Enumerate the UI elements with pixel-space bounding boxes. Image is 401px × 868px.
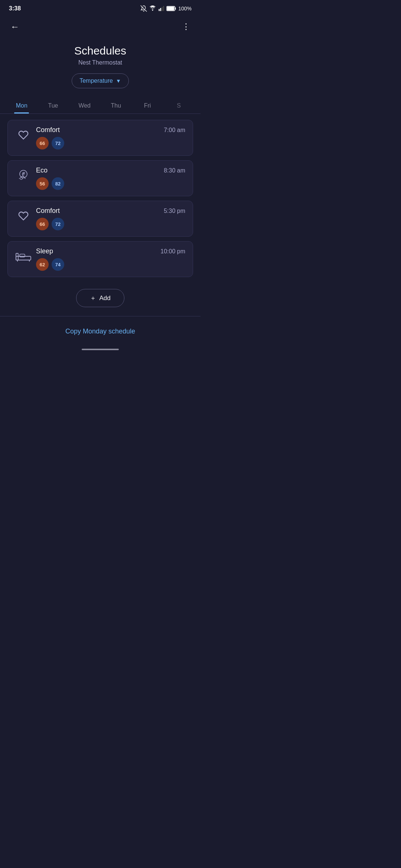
more-button[interactable]: ⋮ [179,19,193,34]
comfort-evening-name: Comfort [36,207,60,215]
device-name: Nest Thermostat [7,59,193,66]
schedule-card-eco[interactable]: Eco 8:30 am 56 82 [7,160,193,196]
add-icon: ＋ [90,294,96,302]
svg-rect-8 [175,7,176,10]
svg-rect-4 [162,7,163,11]
sleep-icon [15,248,32,264]
wifi-icon [149,5,156,12]
schedule-card-comfort-morning[interactable]: Comfort 7:00 am 66 72 [7,120,193,156]
tab-wednesday[interactable]: Wed [69,97,100,114]
svg-rect-5 [163,6,164,11]
page-title: Schedules [7,45,193,57]
sleep-heat: 62 [36,258,49,271]
comfort-morning-icon [15,127,32,143]
signal-icon [158,6,164,11]
chevron-down-icon: ▼ [116,78,121,84]
schedule-card-comfort-evening[interactable]: Comfort 5:30 pm 66 72 [7,201,193,237]
tab-monday[interactable]: Mon [6,97,38,114]
status-icons: 100% [140,5,192,12]
comfort-morning-time: 7:00 am [164,127,185,134]
home-indicator [82,349,119,350]
add-button-container: ＋ Add [0,283,200,316]
sleep-name: Sleep [36,247,53,255]
comfort-evening-heat: 66 [36,218,49,230]
svg-rect-3 [160,8,162,11]
svg-point-1 [152,10,153,11]
tab-thursday[interactable]: Thu [100,97,132,114]
eco-time: 8:30 am [164,167,185,174]
eco-cool: 82 [52,177,64,190]
comfort-evening-time: 5:30 pm [164,208,185,214]
add-label: Add [99,295,110,302]
schedule-card-sleep[interactable]: Sleep 10:00 pm 62 74 [7,241,193,277]
status-bar: 3:38 100% [0,0,200,15]
day-tabs: Mon Tue Wed Thu Fri S [0,97,200,114]
bottom-bar [0,343,200,354]
copy-schedule-section: Copy Monday schedule [0,316,200,343]
page-header: Schedules Nest Thermostat Temperature ▼ [0,41,200,97]
sleep-cool: 74 [52,258,64,271]
svg-line-0 [141,6,147,12]
svg-point-11 [20,177,22,180]
dropdown-label: Temperature [79,78,113,84]
bell-muted-icon [140,5,147,12]
eco-heat: 56 [36,177,49,190]
eco-icon [15,167,32,184]
copy-monday-schedule-button[interactable]: Copy Monday schedule [65,328,135,335]
svg-rect-2 [159,9,160,11]
temperature-dropdown[interactable]: Temperature ▼ [72,73,129,88]
add-schedule-button[interactable]: ＋ Add [76,289,124,307]
comfort-evening-icon [15,208,32,224]
battery-percent: 100% [178,6,192,11]
svg-rect-7 [167,7,174,10]
tab-friday[interactable]: Fri [132,97,163,114]
sleep-time: 10:00 pm [160,248,185,255]
top-nav: ← ⋮ [0,15,200,41]
status-time: 3:38 [9,5,21,12]
comfort-morning-name: Comfort [36,126,60,134]
comfort-evening-cool: 72 [52,218,64,230]
schedule-list: Comfort 7:00 am 66 72 [0,114,200,283]
comfort-morning-heat: 66 [36,137,49,149]
battery-icon [166,6,176,11]
eco-name: Eco [36,167,48,174]
comfort-morning-cool: 72 [52,137,64,149]
tab-tuesday[interactable]: Tue [38,97,69,114]
back-button[interactable]: ← [7,19,22,35]
tab-saturday[interactable]: S [163,97,195,114]
